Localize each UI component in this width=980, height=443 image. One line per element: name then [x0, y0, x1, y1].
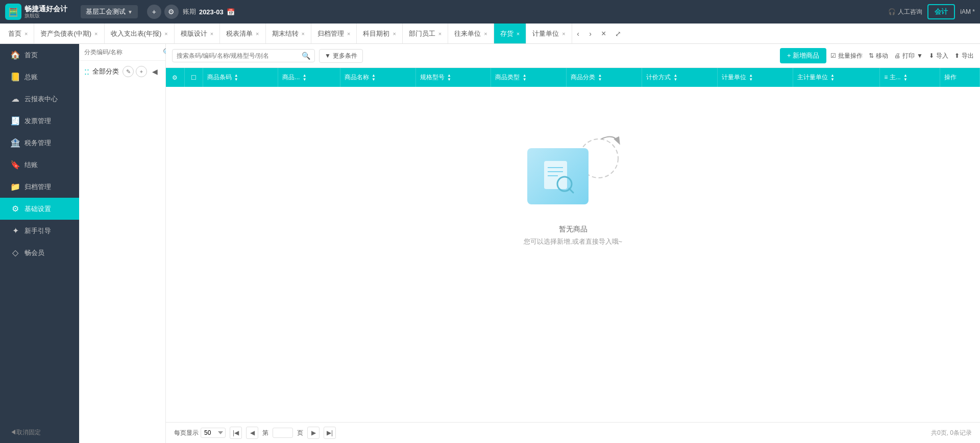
- tab-dept-close[interactable]: ×: [438, 31, 442, 37]
- th-category[interactable]: 商品分类 ▲▼: [567, 68, 642, 87]
- sidebar-item-archive[interactable]: 📁 归档管理: [0, 176, 79, 198]
- top-header: 🧮 畅捷通好会计 旗舰版 基层工会测试 ▼ + ⚙ 账期 2023-03 📅 🎧…: [0, 0, 980, 24]
- tab-partners-close[interactable]: ×: [484, 31, 487, 37]
- tab-subject-close[interactable]: ×: [393, 31, 396, 37]
- filter-btn[interactable]: ▼ 更多条件: [319, 49, 363, 63]
- tab-close-all-btn[interactable]: ×: [597, 24, 611, 44]
- sort-code-icon: ▲▼: [303, 74, 307, 82]
- sort-extra-icon: ▲▼: [903, 74, 908, 82]
- product-search-input[interactable]: [177, 52, 300, 59]
- move-label: 移动: [876, 52, 888, 60]
- product-search-icon[interactable]: 🔍: [302, 52, 310, 60]
- import-action-btn[interactable]: ⬇ 导入: [929, 52, 948, 60]
- empty-subtitle: 您可以选择新增,或者直接导入哦~: [524, 237, 622, 246]
- move-action-btn[interactable]: ⇅ 移动: [869, 52, 888, 60]
- sidebar-item-ledger[interactable]: 📒 总账: [0, 66, 79, 88]
- tab-home-close[interactable]: ×: [24, 31, 28, 37]
- tab-unit-close[interactable]: ×: [562, 31, 565, 37]
- tab-next-btn[interactable]: ›: [584, 24, 597, 44]
- tab-expand-btn[interactable]: ⤢: [611, 24, 625, 44]
- page-prev-btn[interactable]: ◀: [246, 427, 258, 439]
- th-barcode[interactable]: 商品条码 ▲▼: [203, 68, 278, 87]
- customer-service-label: 人工咨询: [898, 8, 922, 16]
- page-first-btn[interactable]: |◀: [230, 427, 242, 439]
- tab-tax[interactable]: 税表清单 ×: [220, 24, 265, 44]
- tab-unit[interactable]: 计量单位 ×: [526, 24, 572, 44]
- report-icon: ☁: [10, 94, 20, 104]
- tab-inventory[interactable]: 存货 ×: [494, 24, 526, 44]
- sidebar-item-report[interactable]: ☁ 云报表中心: [0, 88, 79, 110]
- category-edit-btn[interactable]: ✎: [122, 66, 134, 77]
- guide-icon: ✦: [10, 226, 20, 236]
- tab-tax-close[interactable]: ×: [256, 31, 259, 37]
- tab-prev-btn[interactable]: ‹: [572, 24, 584, 44]
- company-selector[interactable]: 基层工会测试 ▼: [81, 5, 138, 18]
- th-price-method[interactable]: 计价方式 ▲▼: [642, 68, 718, 87]
- tab-balance[interactable]: 资产负债表(中期) ×: [34, 24, 104, 44]
- company-name: 基层工会测试: [86, 7, 126, 16]
- th-main-unit[interactable]: 主计量单位 ▲▼: [793, 68, 880, 87]
- th-unit[interactable]: 计量单位 ▲▼: [717, 68, 793, 87]
- category-header[interactable]: :: 全部分类 ✎ + ◀: [79, 61, 165, 82]
- th-spec[interactable]: 规格型号 ▲▼: [415, 68, 491, 87]
- tab-period-end-close[interactable]: ×: [302, 31, 305, 37]
- left-panel-collapse-btn[interactable]: ◀: [149, 66, 160, 77]
- print-label: 打印: [902, 52, 915, 60]
- page-number-input[interactable]: 1: [273, 428, 293, 438]
- sidebar-archive-label: 归档管理: [24, 182, 51, 192]
- tab-income[interactable]: 收入支出表(年报) ×: [105, 24, 175, 44]
- th-type[interactable]: 商品类型 ▲▼: [491, 68, 567, 87]
- page-size-select[interactable]: 50 20 100: [201, 428, 226, 438]
- sidebar-item-tax[interactable]: 🏦 税务管理: [0, 132, 79, 154]
- tab-balance-label: 资产负债表(中期): [40, 29, 91, 38]
- category-search-input[interactable]: [84, 49, 161, 56]
- sidebar-item-settings[interactable]: ⚙ 基础设置: [0, 198, 79, 220]
- tab-partners-label: 往来单位: [454, 29, 481, 38]
- th-checkbox[interactable]: ☐: [184, 68, 203, 87]
- tab-income-close[interactable]: ×: [164, 31, 167, 37]
- sidebar-closing-label: 结账: [24, 160, 38, 170]
- sidebar-item-member[interactable]: ◇ 畅会员: [0, 242, 79, 264]
- batch-action-btn[interactable]: ☑ 批量操作: [830, 52, 863, 60]
- tab-partners[interactable]: 往来单位 ×: [448, 24, 494, 44]
- tab-dept[interactable]: 部门员工 ×: [403, 24, 448, 44]
- tab-unit-label: 计量单位: [532, 29, 559, 38]
- tab-template-close[interactable]: ×: [210, 31, 213, 37]
- sidebar-item-guide[interactable]: ✦ 新手引导: [0, 220, 79, 242]
- sidebar-item-closing[interactable]: 🔖 结账: [0, 154, 79, 176]
- home-icon: 🏠: [10, 50, 20, 60]
- th-settings[interactable]: ⚙: [166, 68, 184, 87]
- sidebar-item-invoice[interactable]: 🧾 发票管理: [0, 110, 79, 132]
- tab-inventory-close[interactable]: ×: [517, 31, 520, 37]
- export-action-btn[interactable]: ⬆ 导出: [954, 52, 974, 60]
- tab-archive[interactable]: 归档管理 ×: [311, 24, 357, 44]
- tab-template[interactable]: 模版设计 ×: [175, 24, 220, 44]
- add-product-btn[interactable]: + 新增商品: [780, 48, 826, 63]
- settings-btn-header[interactable]: ⚙: [164, 5, 179, 19]
- th-name[interactable]: 商品名称 ▲▼: [340, 68, 415, 87]
- empty-doc-bg: [527, 148, 589, 204]
- sidebar-item-home[interactable]: 🏠 首页: [0, 44, 79, 66]
- closing-icon: 🔖: [10, 160, 20, 170]
- page-last-btn[interactable]: ▶|: [324, 427, 336, 439]
- calendar-icon[interactable]: 📅: [227, 8, 235, 16]
- print-action-btn[interactable]: 🖨 打印 ▼: [894, 52, 923, 60]
- sidebar-unpin[interactable]: ◀取消固定: [0, 422, 79, 443]
- tab-home[interactable]: 首页 ×: [2, 24, 34, 44]
- tab-balance-close[interactable]: ×: [94, 31, 97, 37]
- th-code[interactable]: 商品... ▲▼: [278, 68, 340, 87]
- add-btn-header[interactable]: +: [147, 5, 161, 19]
- page-next-btn[interactable]: ▶: [307, 427, 320, 439]
- invoice-icon: 🧾: [10, 116, 20, 126]
- account-button[interactable]: 会计: [927, 4, 955, 19]
- sidebar: 🏠 首页 📒 总账 ☁ 云报表中心 🧾 发票管理 🏦 税务管理 🔖 结账 📁 归…: [0, 44, 79, 443]
- category-add-btn[interactable]: +: [136, 66, 147, 77]
- tab-archive-close[interactable]: ×: [347, 31, 350, 37]
- tab-subject[interactable]: 科目期初 ×: [357, 24, 402, 44]
- empty-title: 暂无商品: [559, 225, 587, 234]
- export-label: 导出: [962, 52, 974, 60]
- th-extra[interactable]: ≡ 主... ▲▼: [880, 68, 940, 87]
- tab-period-end[interactable]: 期末结转 ×: [266, 24, 311, 44]
- headset-icon: 🎧: [888, 8, 896, 15]
- customer-service-btn[interactable]: 🎧 人工咨询: [888, 8, 922, 16]
